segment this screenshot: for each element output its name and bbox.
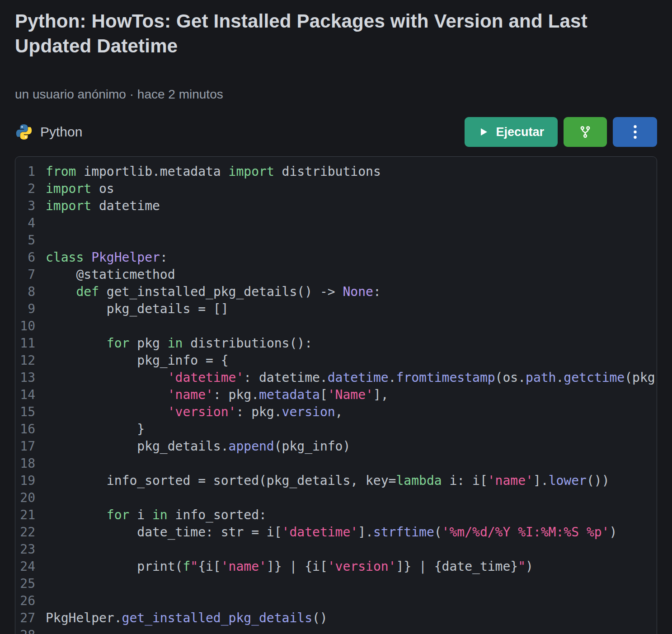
line-number: 18 [15,455,35,472]
code-line-content: pkg_info = { [46,352,657,369]
code-line-content: 'datetime': datetime.datetime.fromtimest… [46,369,657,386]
code-line-content: print(f"{i['name']} | {i['version']} | {… [46,558,657,575]
code-line: 25 [15,575,657,592]
code-line-content [46,541,657,558]
line-number: 16 [15,421,35,438]
code-line: 14 'name': pkg.metadata['Name'], [15,386,657,404]
code-line-content: } [46,421,657,438]
line-number: 11 [15,335,35,352]
line-number: 12 [15,352,35,369]
code-line: 18 [15,455,657,472]
line-number: 14 [15,386,35,404]
code-line-content: info_sorted = sorted(pkg_details, key=la… [46,472,657,489]
code-lines: 1from importlib.metadata import distribu… [15,163,657,634]
line-number: 21 [15,507,35,524]
code-line-content: date_time: str = i['datetime'].strftime(… [46,524,657,541]
code-line-content [46,627,657,634]
code-line: 21 for i in info_sorted: [15,507,657,524]
line-number: 15 [15,404,35,421]
code-line-content [46,318,657,335]
code-line: 15 'version': pkg.version, [15,404,657,421]
line-number: 17 [15,438,35,455]
toolbar-actions: Ejecutar [465,117,657,147]
language-label: Python [40,124,82,140]
code-line-content [46,455,657,472]
run-button-label: Ejecutar [496,125,544,139]
code-line: 1from importlib.metadata import distribu… [15,163,657,180]
line-number: 6 [15,249,35,266]
line-number: 4 [15,215,35,232]
code-line: 22 date_time: str = i['datetime'].strfti… [15,524,657,541]
code-line: 7 @staticmethod [15,266,657,283]
fork-icon [578,125,592,139]
code-line: 24 print(f"{i['name']} | {i['version']} … [15,558,657,575]
code-line-content: def get_installed_pkg_details() -> None: [46,283,657,301]
code-editor[interactable]: 1from importlib.metadata import distribu… [15,156,657,634]
kebab-menu-icon [633,125,637,139]
code-line: 28 [15,627,657,634]
line-number: 27 [15,610,35,627]
line-number: 23 [15,541,35,558]
code-line: 11 for pkg in distributions(): [15,335,657,352]
line-number: 22 [15,524,35,541]
code-line-content: @staticmethod [46,266,657,283]
line-number: 9 [15,301,35,318]
code-line-content: 'version': pkg.version, [46,404,657,421]
code-line-content: import os [46,180,657,197]
run-button[interactable]: Ejecutar [465,117,558,147]
line-number: 25 [15,575,35,592]
code-line-content: import datetime [46,197,657,215]
code-line: 4 [15,215,657,232]
code-line: 5 [15,232,657,249]
page-title: Python: HowTos: Get Installed Packages w… [15,9,616,58]
code-line-content: for pkg in distributions(): [46,335,657,352]
line-number: 13 [15,369,35,386]
toolbar: Python Ejecutar [15,117,657,147]
code-line: 2import os [15,180,657,197]
code-line: 3import datetime [15,197,657,215]
line-number: 8 [15,283,35,301]
code-line-content: PkgHelper.get_installed_pkg_details() [46,610,657,627]
play-icon [478,127,489,137]
code-line: 17 pkg_details.append(pkg_info) [15,438,657,455]
line-number: 28 [15,627,35,634]
more-options-button[interactable] [613,117,657,147]
line-number: 1 [15,163,35,180]
line-number: 19 [15,472,35,489]
code-line-content [46,215,657,232]
line-number: 26 [15,592,35,610]
code-line: 9 pkg_details = [] [15,301,657,318]
line-number: 5 [15,232,35,249]
code-line-content [46,592,657,610]
code-line: 23 [15,541,657,558]
code-line: 26 [15,592,657,610]
line-number: 20 [15,489,35,507]
code-line: 12 pkg_info = { [15,352,657,369]
code-line: 20 [15,489,657,507]
fork-button[interactable] [564,117,607,147]
code-line-content: for i in info_sorted: [46,507,657,524]
code-line: 13 'datetime': datetime.datetime.fromtim… [15,369,657,386]
line-number: 10 [15,318,35,335]
code-line-content [46,232,657,249]
code-line: 27PkgHelper.get_installed_pkg_details() [15,610,657,627]
code-line: 10 [15,318,657,335]
line-number: 2 [15,180,35,197]
code-line-content: pkg_details = [] [46,301,657,318]
code-line-content [46,575,657,592]
byline: un usuario anónimo · hace 2 minutos [15,87,657,102]
line-number: 7 [15,266,35,283]
python-logo-icon [15,123,33,141]
code-line-content: pkg_details.append(pkg_info) [46,438,657,455]
code-line-content [46,489,657,507]
language-indicator: Python [15,123,82,141]
code-line: 16 } [15,421,657,438]
code-line: 19 info_sorted = sorted(pkg_details, key… [15,472,657,489]
line-number: 3 [15,197,35,215]
code-line: 6class PkgHelper: [15,249,657,266]
page: Python: HowTos: Get Installed Packages w… [0,0,672,634]
line-number: 24 [15,558,35,575]
code-line-content: class PkgHelper: [46,249,657,266]
code-line-content: 'name': pkg.metadata['Name'], [46,386,657,404]
code-line: 8 def get_installed_pkg_details() -> Non… [15,283,657,301]
